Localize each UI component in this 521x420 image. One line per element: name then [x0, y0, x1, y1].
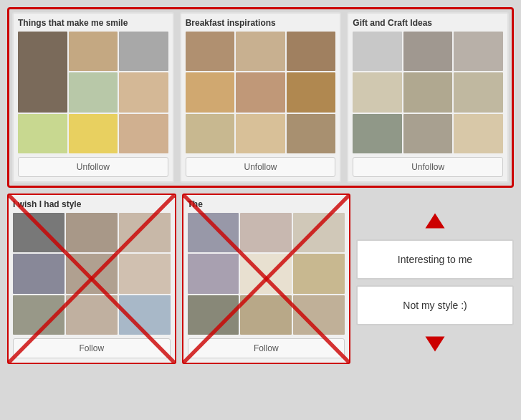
img-cell — [13, 254, 64, 293]
img-cell — [236, 32, 285, 71]
img-cell — [403, 32, 453, 71]
main-container: Things that make me smile Unfollow Break… — [0, 0, 521, 371]
svg-marker-4 — [426, 214, 445, 229]
img-cell — [66, 295, 118, 335]
arrow-up-container — [356, 212, 514, 234]
img-cell — [454, 114, 503, 153]
board-title-3: Gift and Craft Ideas — [353, 18, 503, 28]
img-cell — [13, 295, 64, 335]
img-cell — [188, 213, 239, 252]
img-cell — [403, 114, 453, 153]
board-card-2: Breakfast inspirations Unfollow — [180, 12, 342, 183]
interesting-button[interactable]: Interesting to me — [356, 239, 514, 280]
img-cell — [287, 72, 336, 112]
arrow-down-container — [356, 331, 514, 353]
img-cell — [13, 213, 64, 252]
side-panel: Interesting to me Not my style :) — [356, 194, 514, 364]
img-cell — [287, 114, 336, 153]
follow-button-4[interactable]: Follow — [13, 338, 171, 358]
top-row: Things that make me smile Unfollow Break… — [12, 12, 509, 183]
img-cell — [353, 72, 402, 112]
board-title-2: Breakfast inspirations — [186, 18, 336, 28]
img-cell — [18, 32, 67, 113]
img-cell — [236, 72, 285, 112]
image-grid-4 — [13, 213, 171, 335]
img-cell — [119, 213, 171, 252]
img-cell — [66, 213, 118, 252]
not-my-style-button[interactable]: Not my style :) — [356, 285, 514, 325]
board-title-4: I wish I had style — [13, 199, 171, 209]
img-cell — [353, 32, 402, 71]
img-cell — [353, 114, 402, 153]
bottom-row: I wish I had style Follow — [7, 194, 514, 364]
follow-button-5[interactable]: Follow — [188, 338, 345, 358]
unfollow-button-3[interactable]: Unfollow — [353, 157, 503, 177]
image-grid-2 — [186, 32, 336, 153]
img-cell — [287, 32, 336, 71]
img-cell — [119, 254, 171, 293]
board-title-1: Things that make me smile — [18, 18, 168, 28]
img-cell — [186, 114, 235, 153]
img-cell — [188, 295, 239, 335]
img-cell — [69, 32, 118, 71]
img-cell — [186, 32, 235, 71]
board-card-3: Gift and Craft Ideas Unfollow — [347, 12, 509, 183]
img-cell — [119, 32, 168, 71]
unfollow-button-1[interactable]: Unfollow — [18, 157, 168, 177]
img-cell — [69, 72, 118, 112]
img-cell — [18, 114, 67, 153]
img-cell — [240, 254, 292, 293]
image-grid-3 — [353, 32, 503, 153]
img-cell — [240, 295, 292, 335]
top-row-highlight: Things that make me smile Unfollow Break… — [7, 7, 514, 188]
board-card-5: The Follow — [182, 194, 351, 364]
arrow-down-icon — [421, 331, 449, 353]
img-cell — [66, 254, 118, 293]
img-cell — [293, 254, 345, 293]
board-title-5: The — [188, 199, 345, 209]
arrow-up-icon — [421, 212, 449, 234]
board-card-1: Things that make me smile Unfollow — [12, 12, 174, 183]
img-cell — [69, 114, 118, 153]
image-grid-1 — [18, 32, 168, 153]
img-cell — [240, 213, 292, 252]
img-cell — [119, 114, 168, 153]
img-cell — [293, 213, 345, 252]
svg-marker-5 — [426, 337, 445, 352]
board-card-4: I wish I had style Follow — [7, 194, 176, 364]
img-cell — [236, 114, 285, 153]
img-cell — [119, 295, 171, 335]
image-grid-5 — [188, 213, 345, 335]
img-cell — [293, 295, 345, 335]
img-cell — [188, 254, 239, 293]
img-cell — [454, 32, 503, 71]
img-cell — [454, 72, 503, 112]
img-cell — [403, 72, 453, 112]
unfollow-button-2[interactable]: Unfollow — [186, 157, 336, 177]
img-cell — [119, 72, 168, 112]
img-cell — [186, 72, 235, 112]
